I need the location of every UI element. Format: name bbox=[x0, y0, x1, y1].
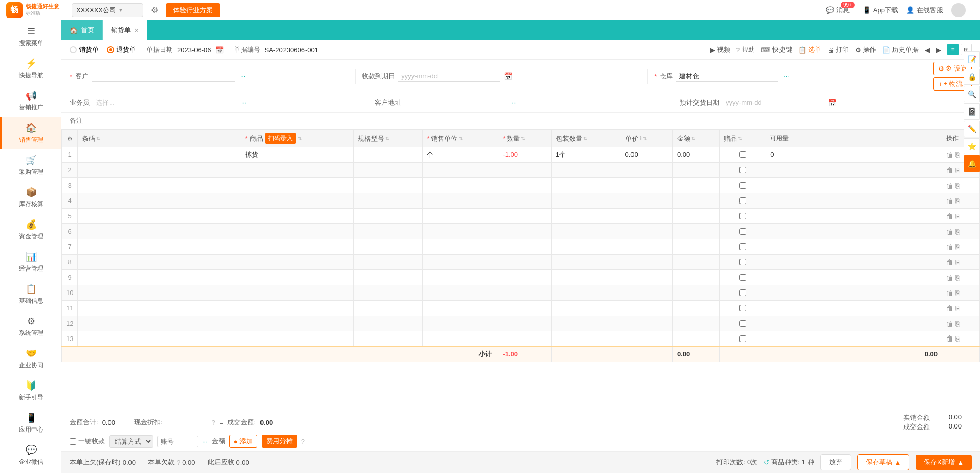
save-draft-button[interactable]: 保存草稿 ▲ bbox=[857, 454, 910, 470]
row-copy-btn[interactable]: ⎘ bbox=[955, 320, 960, 328]
payment-date-cal-icon[interactable]: 📅 bbox=[504, 72, 512, 80]
right-panel-btn-7[interactable]: 🔔 bbox=[964, 155, 980, 172]
row-gift[interactable] bbox=[720, 270, 766, 285]
sidebar-item-sales[interactable]: 🏠 销售管理 bbox=[0, 117, 61, 149]
sort-spec-icon[interactable]: ⇅ bbox=[385, 136, 389, 141]
row-spec[interactable] bbox=[353, 301, 423, 316]
row-qty[interactable] bbox=[498, 178, 551, 193]
row-barcode[interactable] bbox=[78, 163, 241, 178]
one-key-pay-input[interactable] bbox=[70, 438, 76, 445]
discard-button[interactable]: 放弃 bbox=[820, 454, 851, 470]
th-qty[interactable]: *数量⇅ bbox=[498, 130, 551, 147]
row-unit[interactable] bbox=[423, 239, 498, 255]
row-pack-qty[interactable] bbox=[551, 193, 621, 209]
row-pack-qty[interactable] bbox=[551, 285, 621, 301]
delivery-date-cal-icon[interactable]: 📅 bbox=[828, 99, 837, 107]
row-barcode[interactable] bbox=[78, 224, 241, 239]
right-panel-btn-3[interactable]: 🔍 bbox=[964, 86, 980, 102]
row-unit-price[interactable] bbox=[621, 316, 672, 331]
sort-price-icon[interactable]: ⇅ bbox=[643, 136, 647, 141]
gift-checkbox[interactable] bbox=[739, 243, 746, 250]
sort-barcode-icon[interactable]: ⇅ bbox=[96, 136, 100, 141]
add-fee-btn[interactable]: ● 添加 bbox=[229, 435, 257, 448]
one-key-pay-checkbox[interactable]: 一键收款 bbox=[70, 437, 105, 446]
select-btn[interactable]: 📋 选单 bbox=[798, 45, 821, 54]
row-spec[interactable] bbox=[353, 224, 423, 239]
row-delete-btn[interactable]: 🗑 bbox=[946, 212, 953, 220]
gift-checkbox[interactable] bbox=[739, 320, 746, 327]
row-amount[interactable] bbox=[672, 224, 719, 239]
sidebar-item-inventory[interactable]: 📦 库存核算 bbox=[0, 182, 61, 214]
row-barcode[interactable] bbox=[78, 239, 241, 255]
gift-checkbox[interactable] bbox=[739, 335, 746, 342]
list-view-btn[interactable]: ≡ bbox=[947, 44, 959, 55]
row-delete-btn[interactable]: 🗑 bbox=[946, 243, 953, 251]
row-product[interactable] bbox=[241, 193, 353, 209]
row-delete-btn[interactable]: 🗑 bbox=[946, 151, 953, 159]
operation-btn[interactable]: ⚙ 操作 bbox=[855, 45, 876, 54]
row-unit[interactable]: 个 bbox=[423, 147, 498, 163]
row-copy-btn[interactable]: ⎘ bbox=[955, 151, 960, 159]
row-gift[interactable] bbox=[720, 285, 766, 301]
row-pack-qty[interactable] bbox=[551, 178, 621, 193]
sort-amount-icon[interactable]: ⇅ bbox=[691, 136, 695, 141]
row-unit-price[interactable] bbox=[621, 163, 672, 178]
row-amount[interactable] bbox=[672, 301, 719, 316]
salesperson-input[interactable] bbox=[93, 97, 236, 108]
customer-addr-more-icon[interactable]: ··· bbox=[512, 99, 517, 106]
row-spec[interactable] bbox=[353, 255, 423, 270]
radio-sales-order[interactable]: 销货单 bbox=[70, 45, 99, 54]
th-unit[interactable]: *销售单位⇅ bbox=[423, 130, 498, 147]
row-product[interactable] bbox=[241, 316, 353, 331]
company-select[interactable]: XXXXXX公司 ▼ bbox=[72, 3, 143, 17]
row-copy-btn[interactable]: ⎘ bbox=[955, 228, 960, 236]
row-pack-qty[interactable] bbox=[551, 255, 621, 270]
payment-date-input[interactable] bbox=[398, 71, 500, 82]
row-amount[interactable]: 0.00 bbox=[672, 147, 719, 163]
row-barcode[interactable] bbox=[78, 193, 241, 209]
help-btn[interactable]: ? 帮助 bbox=[736, 45, 755, 54]
gift-checkbox[interactable] bbox=[739, 197, 746, 204]
online-service-button[interactable]: 👤 在线客服 bbox=[906, 6, 943, 15]
account-input[interactable] bbox=[157, 436, 198, 447]
sidebar-item-quick-nav[interactable]: ⚡ 快捷导航 bbox=[0, 53, 61, 85]
video-btn[interactable]: ▶ 视频 bbox=[710, 45, 730, 54]
row-qty[interactable] bbox=[498, 163, 551, 178]
row-gift[interactable] bbox=[720, 239, 766, 255]
fee-help-icon[interactable]: ? bbox=[301, 438, 305, 445]
th-pack-qty[interactable]: 包装数量⇅ bbox=[551, 130, 621, 147]
row-unit-price[interactable] bbox=[621, 224, 672, 239]
row-spec[interactable] bbox=[353, 331, 423, 347]
row-unit[interactable] bbox=[423, 163, 498, 178]
row-gift[interactable] bbox=[720, 163, 766, 178]
row-copy-btn[interactable]: ⎘ bbox=[955, 212, 960, 220]
row-unit[interactable] bbox=[423, 255, 498, 270]
row-qty[interactable]: -1.00 bbox=[498, 147, 551, 163]
row-qty[interactable] bbox=[498, 316, 551, 331]
trial-button[interactable]: 体验行业方案 bbox=[166, 3, 220, 17]
row-delete-btn[interactable]: 🗑 bbox=[946, 258, 953, 266]
radio-return-order[interactable]: 退货单 bbox=[107, 45, 136, 54]
sidebar-item-app-center[interactable]: 📱 应用中心 bbox=[0, 407, 61, 439]
row-qty[interactable] bbox=[498, 255, 551, 270]
message-button[interactable]: 💬 消息 99+ bbox=[826, 6, 850, 15]
row-product[interactable] bbox=[241, 255, 353, 270]
row-qty[interactable] bbox=[498, 209, 551, 224]
row-amount[interactable] bbox=[672, 163, 719, 178]
row-barcode[interactable] bbox=[78, 209, 241, 224]
row-unit[interactable] bbox=[423, 285, 498, 301]
row-gift[interactable] bbox=[720, 224, 766, 239]
tab-sales-order[interactable]: 销货单 ✕ bbox=[103, 20, 147, 40]
row-product[interactable] bbox=[241, 178, 353, 193]
row-unit[interactable] bbox=[423, 193, 498, 209]
row-unit[interactable] bbox=[423, 224, 498, 239]
refresh-icon[interactable]: ↺ bbox=[764, 459, 769, 466]
sort-pack-icon[interactable]: ⇅ bbox=[583, 136, 587, 141]
th-product[interactable]: *商品 扫码录入 ⇅ bbox=[241, 130, 353, 147]
fee-split-btn[interactable]: 费用分摊 bbox=[262, 435, 297, 448]
row-amount[interactable] bbox=[672, 239, 719, 255]
row-copy-btn[interactable]: ⎘ bbox=[955, 289, 960, 297]
row-delete-btn[interactable]: 🗑 bbox=[946, 274, 953, 282]
row-barcode[interactable] bbox=[78, 285, 241, 301]
row-amount[interactable] bbox=[672, 193, 719, 209]
